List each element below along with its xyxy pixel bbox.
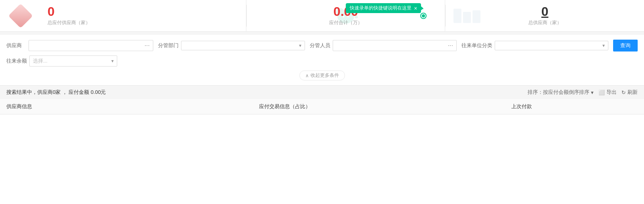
collapse-button[interactable]: ∧ 收起更多条件 xyxy=(299,71,345,80)
payable-suppliers-label: 总应付供应商（家） xyxy=(48,19,90,26)
stat-card-payable-suppliers: 0 总应付供应商（家） xyxy=(0,0,246,31)
table-col-supplier-info: 供应商信息 xyxy=(6,103,259,110)
table-body xyxy=(0,114,644,204)
balance-placeholder: 选择... xyxy=(33,57,48,65)
result-amount: 应付金额 0.00元 xyxy=(69,89,106,95)
stats-section: 0 总应付供应商（家） 0.00 应付合计（万） 快速录单的快捷 xyxy=(0,0,644,32)
balance-filter: 往来余额 选择... ▾ xyxy=(6,55,117,67)
filter-row-2: 往来余额 选择... ▾ xyxy=(6,55,638,67)
refresh-icon: ↻ xyxy=(621,90,626,95)
department-arrow-icon: ▾ xyxy=(299,43,301,48)
result-info: 搜索结果中，供应商0家 ， 应付金额 0.00元 xyxy=(6,89,106,96)
total-suppliers-label: 总供应商（家） xyxy=(528,19,562,26)
collapse-arrow-icon: ∧ xyxy=(305,73,309,78)
sort-label: 排序：按应付会额倒序排序 xyxy=(528,89,589,96)
department-filter: 分管部门 ▾ xyxy=(158,41,305,50)
stat-card-payable-total: 0.00 应付合计（万） 快速录单的快捷键说明在这里 × xyxy=(247,0,446,31)
person-input[interactable] xyxy=(336,43,448,49)
department-select[interactable]: ▾ xyxy=(181,41,305,50)
result-text: 搜索结果中，供应商0家 xyxy=(6,89,61,95)
balance-label: 往来余额 xyxy=(6,57,27,65)
export-icon: ⬜ xyxy=(598,90,605,95)
person-input-wrapper[interactable]: ··· xyxy=(333,40,457,51)
tooltip-dot xyxy=(421,13,426,18)
tooltip-text: 快速录单的快捷键说明在这里 xyxy=(350,5,412,11)
stat-card-total-suppliers: 0 总供应商（家） xyxy=(446,0,644,31)
supplier-label: 供应商 xyxy=(6,42,26,49)
unit-category-filter: 往来单位分类 ▾ xyxy=(461,41,608,50)
shortcut-tooltip: 快速录单的快捷键说明在这里 × xyxy=(346,3,421,13)
balance-select[interactable]: 选择... ▾ xyxy=(29,55,117,67)
supplier-input-wrapper[interactable]: ··· xyxy=(29,40,153,51)
collapse-row: ∧ 收起更多条件 xyxy=(6,71,638,80)
person-label: 分管人员 xyxy=(310,42,330,49)
total-suppliers-content: 0 总供应商（家） xyxy=(528,5,562,26)
table-header: 供应商信息 应付交易信息（占比） 上次付款 xyxy=(0,99,644,114)
export-label: 导出 xyxy=(606,89,617,96)
bg-boxes xyxy=(453,9,480,23)
supplier-input[interactable] xyxy=(32,43,145,49)
person-dots-icon[interactable]: ··· xyxy=(448,42,453,49)
result-bar: 搜索结果中，供应商0家 ， 应付金额 0.00元 排序：按应付会额倒序排序 ▾ … xyxy=(0,86,644,99)
filter-row-1: 供应商 ··· 分管部门 ▾ 分管人员 ··· 往来单位分类 xyxy=(6,40,638,51)
balance-arrow-icon: ▾ xyxy=(111,58,114,64)
payable-total-label: 应付合计（万） xyxy=(329,19,362,26)
result-bar-actions: 排序：按应付会额倒序排序 ▾ ⬜ 导出 ↻ 刷新 xyxy=(528,89,638,96)
query-button[interactable]: 查询 xyxy=(613,40,638,51)
sort-arrow-icon: ▾ xyxy=(591,90,594,95)
refresh-label: 刷新 xyxy=(627,89,638,96)
unit-category-arrow-icon: ▾ xyxy=(602,43,605,48)
unit-category-select[interactable]: ▾ xyxy=(495,41,608,50)
sort-button[interactable]: 排序：按应付会额倒序排序 ▾ xyxy=(528,89,594,96)
person-filter: 分管人员 ··· xyxy=(310,40,457,51)
supplier-filter: 供应商 ··· xyxy=(6,40,153,51)
unit-category-label: 往来单位分类 xyxy=(461,42,492,49)
supplier-dots-icon[interactable]: ··· xyxy=(145,42,150,49)
table-section: 供应商信息 应付交易信息（占比） 上次付款 xyxy=(0,99,644,204)
filter-section: 供应商 ··· 分管部门 ▾ 分管人员 ··· 往来单位分类 xyxy=(0,35,644,86)
table-col-last-payment: 上次付款 xyxy=(511,103,638,110)
result-separator: ， xyxy=(62,89,67,95)
collapse-label: 收起更多条件 xyxy=(311,72,339,79)
export-button[interactable]: ⬜ 导出 xyxy=(598,89,617,96)
department-label: 分管部门 xyxy=(158,42,179,49)
diamond-icon xyxy=(12,7,29,25)
tooltip-close-btn[interactable]: × xyxy=(414,6,417,11)
payable-suppliers-count: 0 xyxy=(48,5,55,18)
table-col-payable-info: 应付交易信息（占比） xyxy=(259,103,512,110)
refresh-button[interactable]: ↻ 刷新 xyxy=(621,89,638,96)
total-suppliers-count: 0 xyxy=(541,5,549,18)
